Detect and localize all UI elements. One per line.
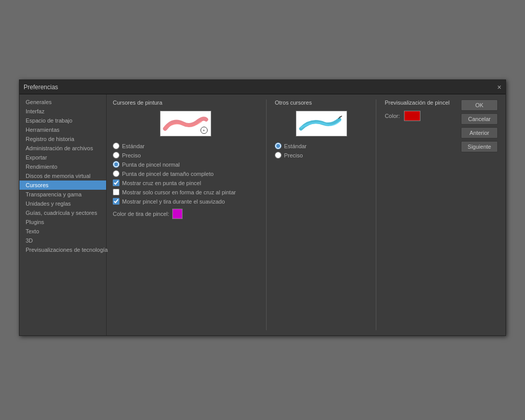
brush-preview-section: Previsualización de pincel Color: xyxy=(385,99,455,330)
other-cursor-preview xyxy=(296,111,347,136)
sidebar-item-3d[interactable]: 3D xyxy=(19,236,106,245)
dialog-title: Preferencias xyxy=(24,84,58,91)
painting-checkbox-1[interactable] xyxy=(113,189,119,195)
sidebar-item-generales[interactable]: Generales xyxy=(19,97,106,107)
other-radio-input-estandar[interactable] xyxy=(275,143,281,149)
other-cursors-section: Otros cursores EstándarPreciso xyxy=(275,99,376,330)
painting-cursors-title: Cursores de pintura xyxy=(113,99,258,106)
other-radio-preciso: Preciso xyxy=(275,152,368,158)
color-strip-label: Color de tira de pincel: xyxy=(113,211,169,217)
preview-color-label: Color: xyxy=(385,113,399,119)
sidebar-item-interfaz[interactable]: Interfaz xyxy=(19,107,106,116)
painting-checkbox-2[interactable] xyxy=(113,198,119,205)
sidebar: GeneralesInterfazEspacio de trabajoHerra… xyxy=(19,94,107,335)
painting-radio-punta_completo: Punta de pincel de tamaño completo xyxy=(113,170,258,177)
brush-preview-title: Previsualización de pincel xyxy=(385,99,450,106)
close-button[interactable]: × xyxy=(497,84,501,91)
preview-right: Previsualización de pincel Color: OK Can… xyxy=(385,99,499,330)
painting-radio-input-estandar[interactable] xyxy=(113,143,119,149)
main-content: Cursores de pintura + EstándarPrecisoPun… xyxy=(107,94,506,335)
painting-checkbox-label-1: Mostrar solo cursor en forma de cruz al … xyxy=(122,189,236,195)
preview-color-row: Color: xyxy=(385,111,450,121)
sidebar-item-transparencia-y-gama[interactable]: Transparencia y gama xyxy=(19,190,106,199)
painting-checkbox-row-1: Mostrar solo cursor en forma de cruz al … xyxy=(113,189,258,195)
painting-radio-label-punta_completo: Punta de pincel de tamaño completo xyxy=(122,171,214,177)
painting-checkbox-row-0: Mostrar cruz en punta de pincel xyxy=(113,179,258,186)
color-strip-swatch[interactable] xyxy=(172,209,183,219)
sidebar-item-cursores[interactable]: Cursores xyxy=(19,181,106,190)
painting-radio-input-preciso[interactable] xyxy=(113,152,119,158)
painting-radio-input-punta_completo[interactable] xyxy=(113,170,119,177)
sidebar-item-administración-de-archivos[interactable]: Administración de archivos xyxy=(19,144,106,153)
title-bar: Preferencias × xyxy=(19,80,506,94)
sidebar-item-unidades-y-reglas[interactable]: Unidades y reglas xyxy=(19,199,106,208)
sidebar-item-exportar[interactable]: Exportar xyxy=(19,153,106,162)
painting-cursors-section: Cursores de pintura + EstándarPrecisoPun… xyxy=(113,99,267,330)
other-radio-label-preciso: Preciso xyxy=(284,152,303,158)
color-strip-row: Color de tira de pincel: xyxy=(113,209,258,219)
sidebar-item-previsualizaciones-de-tecnología[interactable]: Previsualizaciones de tecnología xyxy=(19,245,106,254)
sidebar-item-guías,-cuadrícula-y-sectores[interactable]: Guías, cuadrícula y sectores xyxy=(19,208,106,217)
sidebar-item-registro-de-historia[interactable]: Registro de historia xyxy=(19,134,106,144)
painting-radio-label-estandar: Estándar xyxy=(122,143,145,149)
painting-radio-preciso: Preciso xyxy=(113,152,258,158)
cursor-indicator: + xyxy=(200,127,208,134)
painting-radio-punta_normal: Punta de pincel normal xyxy=(113,161,258,168)
painting-checkbox-row-2: Mostrar pincel y tira durante el suaviza… xyxy=(113,198,258,205)
painting-radios: EstándarPrecisoPunta de pincel normalPun… xyxy=(113,143,258,177)
sidebar-item-rendimiento[interactable]: Rendimiento xyxy=(19,162,106,171)
preview-color-swatch[interactable] xyxy=(404,111,420,121)
sidebar-item-herramientas[interactable]: Herramientas xyxy=(19,125,106,134)
ok-button[interactable]: OK xyxy=(461,99,498,111)
previous-button[interactable]: Anterior xyxy=(461,127,498,138)
other-radios: EstándarPreciso xyxy=(275,143,368,158)
sidebar-item-texto[interactable]: Texto xyxy=(19,227,106,236)
painting-checkbox-label-2: Mostrar pincel y tira durante el suaviza… xyxy=(122,198,225,205)
buttons-panel: OK Cancelar Anterior Siguiente xyxy=(461,99,499,330)
painting-checkboxes: Mostrar cruz en punta de pincelMostrar s… xyxy=(113,179,258,205)
preferences-dialog: Preferencias × GeneralesInterfazEspacio … xyxy=(19,79,506,336)
next-button[interactable]: Siguiente xyxy=(461,141,498,152)
sidebar-item-espacio-de-trabajo[interactable]: Espacio de trabajo xyxy=(19,116,106,125)
painting-radio-label-punta_normal: Punta de pincel normal xyxy=(122,162,180,168)
painting-radio-estandar: Estándar xyxy=(113,143,258,149)
painting-radio-input-punta_normal[interactable] xyxy=(113,161,119,168)
cancel-button[interactable]: Cancelar xyxy=(461,113,498,125)
painting-checkbox-label-0: Mostrar cruz en punta de pincel xyxy=(122,180,201,186)
painting-radio-label-preciso: Preciso xyxy=(122,152,141,158)
other-radio-input-preciso[interactable] xyxy=(275,152,281,158)
other-cursors-title: Otros cursores xyxy=(275,99,368,106)
painting-cursor-preview: + xyxy=(160,111,211,136)
sidebar-item-plugins[interactable]: Plugins xyxy=(19,217,106,227)
sidebar-item-discos-de-memoria-virtual[interactable]: Discos de memoria virtual xyxy=(19,171,106,181)
other-brush-stroke xyxy=(298,113,345,134)
painting-checkbox-0[interactable] xyxy=(113,179,119,186)
other-radio-estandar: Estándar xyxy=(275,143,368,149)
dialog-body: GeneralesInterfazEspacio de trabajoHerra… xyxy=(19,94,506,335)
other-radio-label-estandar: Estándar xyxy=(284,143,307,149)
